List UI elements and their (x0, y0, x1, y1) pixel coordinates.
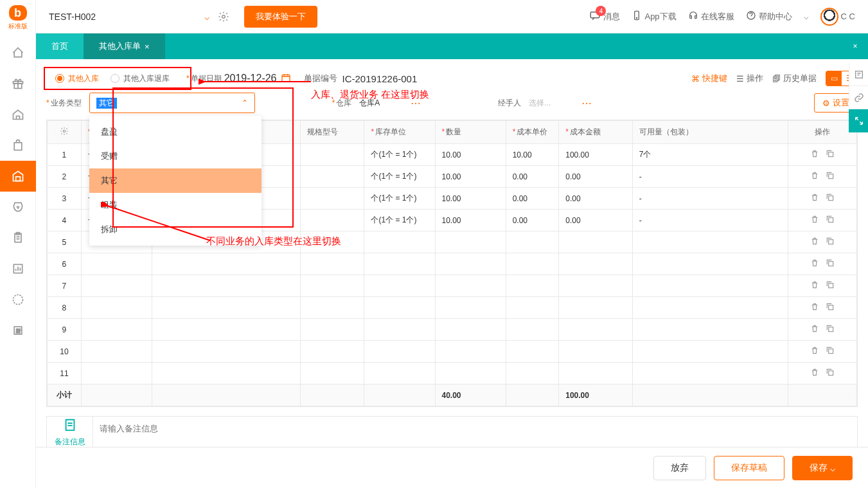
table-row[interactable]: 6 (48, 253, 857, 275)
delete-row-icon[interactable] (810, 368, 819, 379)
cell-price[interactable] (506, 231, 559, 253)
cell-unit[interactable] (364, 363, 435, 384)
cell-amount[interactable] (559, 341, 633, 363)
delete-row-icon[interactable] (810, 324, 819, 335)
cell-unit[interactable] (364, 253, 435, 275)
cell-qty[interactable]: 10.00 (435, 144, 506, 166)
cell-spec[interactable] (301, 319, 364, 341)
online-service-link[interactable]: 在线客服 (688, 10, 734, 23)
cell-amount[interactable]: 0.00 (559, 188, 633, 210)
cell-amount[interactable]: 0.00 (559, 166, 633, 188)
cell-warehouse[interactable] (81, 363, 152, 384)
cell-price[interactable] (506, 253, 559, 275)
cell-warehouse[interactable] (81, 275, 152, 297)
app-download-link[interactable]: App下载 (632, 10, 676, 23)
nav-warehouse[interactable] (0, 161, 36, 192)
cell-qty[interactable]: 10.00 (435, 166, 506, 188)
delete-row-icon[interactable] (810, 171, 819, 182)
cell-unit[interactable]: 个(1个 = 1个) (364, 188, 435, 210)
tool-note[interactable] (849, 63, 868, 86)
handler-more-icon[interactable]: ⋯ (581, 97, 592, 109)
view-compact[interactable]: ▭ (826, 71, 842, 86)
delete-row-icon[interactable] (810, 149, 819, 160)
cell-spec[interactable] (301, 188, 364, 210)
cell-warehouse[interactable] (81, 319, 152, 341)
cell-product[interactable] (152, 275, 300, 297)
tool-expand[interactable] (849, 109, 868, 132)
copy-row-icon[interactable] (826, 258, 835, 269)
delete-row-icon[interactable] (810, 237, 819, 248)
copy-row-icon[interactable] (826, 280, 835, 291)
nav-bag[interactable] (0, 130, 36, 161)
radio-other-inbound[interactable]: 其他入库 (55, 73, 99, 84)
delete-row-icon[interactable] (810, 346, 819, 357)
save-draft-button[interactable]: 保存草稿 (714, 456, 784, 480)
table-row[interactable]: 8 (48, 297, 857, 319)
save-button[interactable]: 保存⌵ (792, 456, 853, 480)
dropdown-item-qita[interactable]: 其它 (89, 168, 261, 193)
cell-spec[interactable] (301, 253, 364, 275)
settings-icon[interactable] (216, 9, 231, 24)
cell-amount[interactable] (559, 275, 633, 297)
cell-price[interactable] (506, 341, 559, 363)
trial-button[interactable]: 我要体验一下 (244, 6, 317, 28)
cell-unit[interactable] (364, 341, 435, 363)
copy-row-icon[interactable] (826, 302, 835, 313)
copy-row-icon[interactable] (826, 149, 835, 160)
table-row[interactable]: 9 (48, 319, 857, 341)
cell-spec[interactable] (301, 297, 364, 319)
copy-row-icon[interactable] (826, 368, 835, 379)
cell-spec[interactable] (301, 166, 364, 188)
messages-link[interactable]: 4 消息 (589, 10, 620, 23)
cell-warehouse[interactable] (81, 253, 152, 275)
delete-row-icon[interactable] (810, 215, 819, 226)
discard-button[interactable]: 放弃 (653, 456, 706, 480)
copy-row-icon[interactable] (826, 193, 835, 204)
nav-sync[interactable] (0, 284, 36, 315)
cell-unit[interactable] (364, 319, 435, 341)
cell-price[interactable]: 10.00 (506, 144, 559, 166)
cell-qty[interactable] (435, 319, 506, 341)
delete-row-icon[interactable] (810, 193, 819, 204)
copy-row-icon[interactable] (826, 171, 835, 182)
nav-clipboard[interactable] (0, 222, 36, 253)
cell-price[interactable] (506, 319, 559, 341)
cell-price[interactable]: 0.00 (506, 166, 559, 188)
cell-price[interactable]: 0.00 (506, 188, 559, 210)
cell-amount[interactable]: 100.00 (559, 144, 633, 166)
cell-spec[interactable] (301, 275, 364, 297)
warehouse-more-icon[interactable]: ⋯ (411, 97, 421, 109)
cell-qty[interactable] (435, 341, 506, 363)
tool-link[interactable] (849, 86, 868, 109)
nav-home[interactable] (0, 37, 36, 68)
warehouse-value[interactable]: 仓库A (359, 98, 380, 109)
cell-unit[interactable]: 个(1个 = 1个) (364, 144, 435, 166)
cell-product[interactable] (152, 297, 300, 319)
cell-spec[interactable] (301, 363, 364, 384)
help-center-link[interactable]: 帮助中心 (746, 10, 792, 23)
cell-unit[interactable] (364, 297, 435, 319)
cell-amount[interactable] (559, 319, 633, 341)
dropdown-item-shouzeng[interactable]: 受赠 (89, 144, 261, 168)
close-all-icon[interactable]: × (842, 33, 868, 59)
cell-qty[interactable]: 10.00 (435, 210, 506, 231)
nav-money[interactable] (0, 192, 36, 222)
org-selector[interactable]: TEST-H002 ⌵ (49, 12, 209, 22)
cell-amount[interactable] (559, 231, 633, 253)
ops-link[interactable]: ☰操作 (736, 73, 763, 84)
delete-row-icon[interactable] (810, 258, 819, 269)
history-link[interactable]: 🗐历史单据 (772, 73, 817, 84)
nav-new[interactable]: 新 (0, 315, 36, 346)
dropdown-item-panyinghb[interactable]: 盘盈 (89, 120, 261, 144)
cell-amount[interactable] (559, 363, 633, 384)
copy-row-icon[interactable] (826, 215, 835, 226)
remark-input[interactable] (93, 417, 857, 447)
col-gear[interactable] (48, 121, 82, 144)
table-row[interactable]: 11 (48, 363, 857, 384)
user-menu[interactable]: C C (820, 8, 855, 26)
close-icon[interactable]: × (145, 42, 150, 51)
cell-unit[interactable] (364, 275, 435, 297)
cell-qty[interactable] (435, 363, 506, 384)
delete-row-icon[interactable] (810, 302, 819, 313)
nav-house[interactable] (0, 99, 36, 130)
